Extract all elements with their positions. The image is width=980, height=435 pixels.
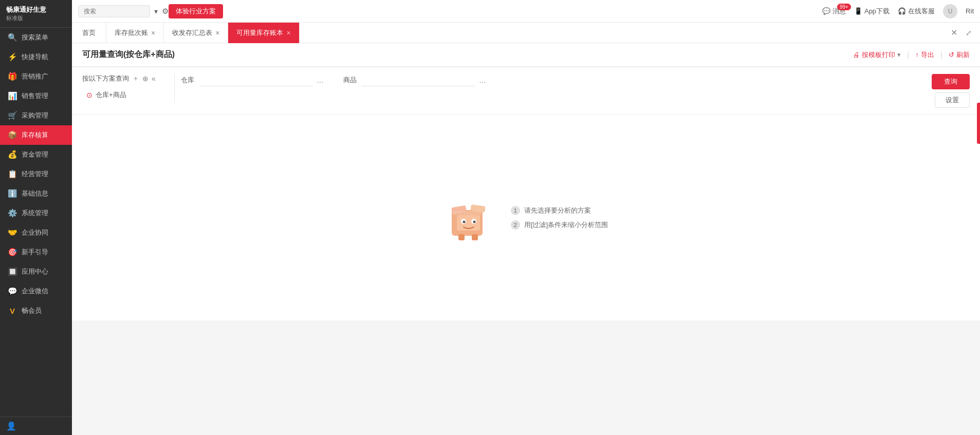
warehouse-input[interactable] xyxy=(199,74,312,86)
print-dropdown-icon[interactable]: ▾ xyxy=(897,51,901,59)
tab-inventory-batch[interactable]: 库存批次账 × xyxy=(106,23,164,43)
sidebar-item-enterprise-wechat-label: 企业微信 xyxy=(22,287,48,296)
tab-receive-summary[interactable]: 收发存汇总表 × xyxy=(164,23,228,43)
sidebar-item-basic-info[interactable]: ℹ️ 基础信息 xyxy=(0,184,72,203)
robot-svg xyxy=(444,192,495,243)
tab-bar-expand-button[interactable]: ⤢ xyxy=(961,27,976,39)
clipboard-icon: 📋 xyxy=(7,169,17,179)
phone-icon: 📱 xyxy=(854,7,862,15)
avatar-initial: U xyxy=(948,8,953,15)
sidebar-item-new-guide-label: 新手引导 xyxy=(22,248,48,257)
header-messages[interactable]: 💬 消息 99+ xyxy=(822,7,846,16)
username[interactable]: Rit xyxy=(966,7,974,15)
vip-icon: V xyxy=(7,307,17,315)
scroll-indicator xyxy=(977,103,980,144)
empty-illustration xyxy=(444,192,495,243)
print-template-button[interactable]: 🖨 按模板打印 ▾ xyxy=(853,50,901,60)
info-icon: ℹ️ xyxy=(7,189,17,198)
grid-icon: 🔲 xyxy=(7,267,17,276)
search-icon: 🔍 xyxy=(7,33,17,42)
sidebar-bottom-icon: 👤 xyxy=(6,421,16,431)
box-icon: 📦 xyxy=(7,130,17,140)
sidebar-item-operation[interactable]: 📋 经营管理 xyxy=(0,164,72,184)
header-settings-icon[interactable]: ⚙ xyxy=(162,7,169,16)
empty-hint-1: 1 请先选择要分析的方案 xyxy=(511,206,608,215)
tab-bar-close-button[interactable]: ✕ xyxy=(947,26,961,40)
target-icon: 🎯 xyxy=(7,248,17,257)
refresh-button[interactable]: ↺ 刷新 xyxy=(949,50,970,60)
sidebar-item-marketing[interactable]: 🎁 营销推广 xyxy=(0,67,72,86)
app-name: 畅康通好生意 xyxy=(6,5,66,14)
sidebar-item-app-center-label: 应用中心 xyxy=(22,267,48,276)
header-right: 💬 消息 99+ 📱 App下载 🎧 在线客服 U Rit xyxy=(822,4,974,18)
svg-rect-10 xyxy=(453,211,482,215)
svg-point-7 xyxy=(473,221,475,223)
page-header: 可用量查询(按仓库+商品) 🖨 按模板打印 ▾ | ↑ 导出 | ↺ 刷新 xyxy=(72,43,980,67)
page-title: 可用量查询(按仓库+商品) xyxy=(82,49,175,60)
settings-scheme-icon[interactable]: ⊕ xyxy=(142,74,149,83)
sidebar-item-system[interactable]: ⚙️ 系统管理 xyxy=(0,203,72,223)
tab-bar-right: ✕ ⤢ xyxy=(947,26,980,40)
add-scheme-icon[interactable]: ＋ xyxy=(132,74,139,83)
header: ▾ ⚙ 体验行业方案 💬 消息 99+ 📱 App下载 🎧 在线客服 U Rit xyxy=(72,0,980,23)
sidebar-item-search[interactable]: 🔍 搜索菜单 xyxy=(0,28,72,47)
trial-industry-button[interactable]: 体验行业方案 xyxy=(169,4,223,18)
collapse-scheme-icon[interactable]: « xyxy=(152,74,156,83)
tab-available-ledger[interactable]: 可用量库存账本 × xyxy=(228,23,299,43)
header-search-input[interactable] xyxy=(78,5,150,17)
filter-scheme-item-warehouse-product[interactable]: ⊙ 仓库+商品 xyxy=(82,87,168,103)
tab-receive-summary-label: 收发存汇总表 xyxy=(172,28,212,37)
empty-hint-2: 2 用[过滤]条件来缩小分析范围 xyxy=(511,220,608,230)
tab-available-ledger-close[interactable]: × xyxy=(286,29,290,37)
sidebar-item-inventory[interactable]: 📦 库存核算 xyxy=(0,125,72,145)
filter-scheme-header-label: 按以下方案查询 xyxy=(82,74,129,83)
tab-receive-summary-close[interactable]: × xyxy=(215,29,219,37)
product-more-icon[interactable]: … xyxy=(479,76,486,84)
tab-home[interactable]: 首页 xyxy=(72,23,106,43)
sidebar-item-membership[interactable]: V 畅会员 xyxy=(0,301,72,320)
tab-bar: 首页 库存批次账 × 收发存汇总表 × 可用量库存账本 × ✕ ⤢ xyxy=(72,23,980,43)
warehouse-more-icon[interactable]: … xyxy=(317,76,324,84)
header-online-service[interactable]: 🎧 在线客服 xyxy=(898,7,935,16)
header-app-download[interactable]: 📱 App下载 xyxy=(854,7,890,16)
app-download-label: App下载 xyxy=(864,7,890,16)
empty-state: 1 请先选择要分析的方案 2 用[过滤]条件来缩小分析范围 xyxy=(72,115,980,320)
action-separator-2: | xyxy=(940,50,942,60)
sidebar-item-finance[interactable]: 💰 资金管理 xyxy=(0,145,72,164)
query-button[interactable]: 查询 xyxy=(932,74,970,89)
filter-scheme-panel: 按以下方案查询 ＋ ⊕ « ⊙ 仓库+商品 xyxy=(82,74,175,103)
sidebar-item-sales[interactable]: 📊 销售管理 xyxy=(0,86,72,106)
sidebar-item-marketing-label: 营销推广 xyxy=(22,72,48,81)
tab-inventory-batch-close[interactable]: × xyxy=(151,29,155,37)
filter-area: 按以下方案查询 ＋ ⊕ « ⊙ 仓库+商品 仓库 … 商品 xyxy=(72,68,980,114)
hint-num-1: 1 xyxy=(511,206,520,215)
sidebar: 畅康通好生意 标准版 🔍 搜索菜单 ⚡ 快捷导航 🎁 营销推广 📊 销售管理 🛒… xyxy=(0,0,72,435)
refresh-label: 刷新 xyxy=(956,50,970,60)
sidebar-item-system-label: 系统管理 xyxy=(22,209,48,218)
wechat-icon: 💬 xyxy=(7,287,17,296)
filter-field-product: 商品 … xyxy=(343,74,497,86)
flash-icon: ⚡ xyxy=(7,52,17,62)
empty-state-content: 1 请先选择要分析的方案 2 用[过滤]条件来缩小分析范围 xyxy=(444,192,608,243)
sidebar-item-search-label: 搜索菜单 xyxy=(22,33,48,42)
sidebar-item-app-center[interactable]: 🔲 应用中心 xyxy=(0,262,72,281)
print-template-label: 按模板打印 xyxy=(862,50,895,60)
sidebar-item-enterprise-wechat[interactable]: 💬 企业微信 xyxy=(0,281,72,301)
filter-right-actions: 查询 设置 xyxy=(926,74,970,108)
header-dropdown-icon[interactable]: ▾ xyxy=(154,7,158,15)
product-input[interactable] xyxy=(362,74,475,86)
sidebar-item-enterprise-collab[interactable]: 🤝 企业协同 xyxy=(0,223,72,242)
hint-text-1: 请先选择要分析的方案 xyxy=(524,206,591,215)
sidebar-item-quick-nav[interactable]: ⚡ 快捷导航 xyxy=(0,47,72,67)
warehouse-label: 仓库 xyxy=(181,75,195,85)
filter-settings-button[interactable]: 设置 xyxy=(935,92,970,108)
filter-fields: 仓库 … 商品 … xyxy=(181,74,926,86)
money-icon: 💰 xyxy=(7,150,17,159)
avatar[interactable]: U xyxy=(943,4,957,18)
sidebar-item-new-guide[interactable]: 🎯 新手引导 xyxy=(0,242,72,262)
sidebar-item-sales-label: 销售管理 xyxy=(22,91,48,101)
sidebar-item-purchase[interactable]: 🛒 采购管理 xyxy=(0,106,72,125)
export-button[interactable]: ↑ 导出 xyxy=(915,50,934,60)
sidebar-item-finance-label: 资金管理 xyxy=(22,150,48,159)
messages-badge: 99+ xyxy=(837,4,851,10)
